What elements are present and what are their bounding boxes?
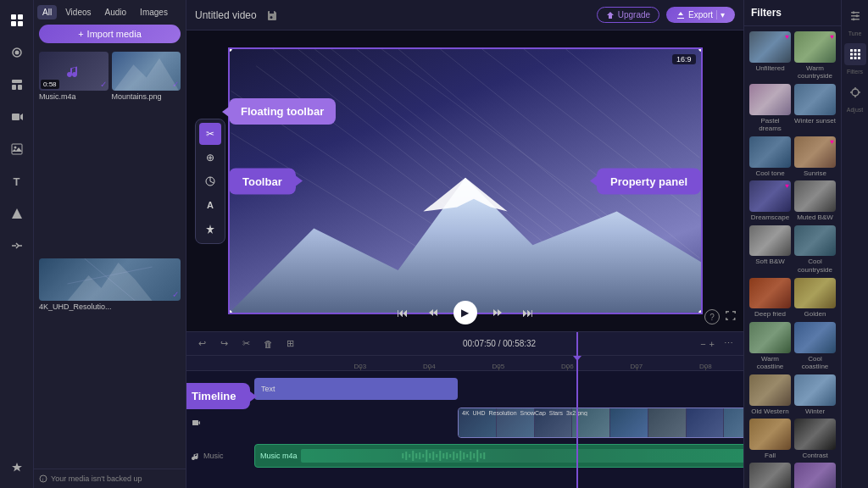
- preview-area: 16:9 ✂ ⊕ A Floating toolbar Toolbar Prop…: [186, 30, 743, 331]
- ft-add-icon[interactable]: ⊕: [199, 147, 221, 169]
- filter-thumb: [749, 463, 791, 488]
- svg-rect-59: [470, 452, 471, 460]
- tl-split-icon[interactable]: ⊞: [281, 336, 298, 352]
- filter-label: Pastel dreams: [749, 117, 791, 133]
- rewind-button[interactable]: ⏮: [392, 302, 413, 323]
- tl-more-icon[interactable]: ⋯: [720, 336, 737, 352]
- filter-item[interactable]: Deep fried: [749, 278, 791, 319]
- filter-item[interactable]: Fall: [749, 419, 791, 459]
- list-item[interactable]: 0:58 ✓ Music.m4a: [39, 52, 108, 255]
- import-media-button[interactable]: + Import media: [39, 25, 181, 43]
- sidebar-item-graphics[interactable]: [3, 200, 31, 227]
- timeline-time: 00:07:50 / 00:58:32: [303, 339, 695, 348]
- filters-label: Filters: [847, 69, 863, 75]
- music-clip[interactable]: Music m4a: [254, 444, 743, 468]
- svg-marker-13: [114, 58, 178, 91]
- filter-label: Fall: [749, 452, 791, 460]
- tl-delete-icon[interactable]: 🗑: [259, 336, 276, 352]
- tl-redo-icon[interactable]: ↪: [215, 336, 232, 352]
- filter-item[interactable]: Cool countryside: [794, 225, 836, 274]
- svg-text:i: i: [42, 477, 43, 482]
- adjust-label: Adjust: [847, 107, 863, 113]
- svg-rect-52: [446, 452, 448, 459]
- export-button[interactable]: Export ▾: [666, 7, 735, 23]
- timeline-playhead[interactable]: [576, 332, 578, 488]
- svg-rect-49: [436, 454, 437, 458]
- filter-item[interactable]: Cool tone: [749, 136, 791, 177]
- svg-line-32: [565, 49, 699, 158]
- filter-item[interactable]: ♥ Warm countryside: [794, 31, 836, 80]
- timeline-toolbar: ↩ ↪ ✂ 🗑 ⊞ 00:07:50 / 00:58:32 − + ⋯: [186, 332, 743, 356]
- forward-frame-button[interactable]: [487, 302, 508, 323]
- filter-label: Dreamscape: [749, 214, 791, 222]
- filter-thumb: [749, 84, 791, 115]
- skip-forward-button[interactable]: ⏭: [518, 302, 538, 323]
- sidebar-item-my-media[interactable]: [3, 7, 31, 34]
- filter-item[interactable]: Winter sunset: [794, 84, 836, 133]
- filter-item[interactable]: ♥ Dreamscape: [749, 180, 791, 221]
- filter-item[interactable]: Winter: [794, 374, 836, 415]
- svg-rect-60: [473, 453, 475, 458]
- filter-item[interactable]: 35mm: [749, 463, 791, 488]
- sidebar-item-stock-images[interactable]: [3, 136, 31, 163]
- media-panel: All Videos Audio Images + Import media 0…: [34, 0, 186, 488]
- media-tab-all[interactable]: All: [37, 5, 57, 19]
- text-clip[interactable]: Text: [254, 378, 458, 400]
- filter-item[interactable]: Soft B&W: [749, 225, 791, 274]
- filter-label: Cool tone: [749, 169, 791, 178]
- sidebar-item-brand-kit[interactable]: [3, 454, 31, 481]
- filter-item[interactable]: ♥ Unfiltered: [749, 31, 791, 80]
- video-clip[interactable]: 4K_UHD_Resolution_SnowCap_Stars_3x2.png: [458, 408, 743, 438]
- filter-heart-icon: ♥: [830, 33, 834, 41]
- tl-cut-icon[interactable]: ✂: [237, 336, 254, 352]
- filter-item[interactable]: Cool coastline: [794, 322, 836, 371]
- tl-undo-icon[interactable]: ↩: [193, 336, 210, 352]
- media-tab-videos[interactable]: Videos: [60, 5, 96, 19]
- adjust-icon[interactable]: [844, 81, 866, 103]
- svg-point-11: [14, 147, 16, 149]
- filter-item[interactable]: Euphoric: [794, 463, 836, 488]
- media-item-label: Mountains.png: [112, 92, 181, 101]
- filter-thumb: ♥: [794, 136, 836, 168]
- filter-item[interactable]: Old Western: [749, 374, 791, 415]
- filter-label: Old Western: [749, 408, 791, 416]
- back-frame-button[interactable]: [423, 302, 443, 323]
- sidebar-item-text[interactable]: T: [3, 168, 31, 195]
- media-tab-images[interactable]: Images: [135, 5, 173, 19]
- media-tab-audio[interactable]: Audio: [100, 5, 132, 19]
- timeline-tracks: T Text Text: [186, 371, 743, 474]
- help-button[interactable]: ?: [704, 309, 720, 324]
- filter-item[interactable]: Contrast: [794, 419, 836, 459]
- sidebar-item-transitions[interactable]: [3, 232, 31, 259]
- list-item[interactable]: ✓ 4K_UHD_Resolutio...: [39, 258, 181, 465]
- track-content: 4K_UHD_Resolution_SnowCap_Stars_3x2.png: [254, 408, 743, 438]
- svg-point-68: [855, 14, 858, 17]
- zoom-out-icon[interactable]: −: [700, 339, 705, 349]
- check-badge: ✓: [100, 80, 107, 89]
- filters-icon[interactable]: [844, 43, 866, 65]
- ft-effects-icon[interactable]: [199, 218, 221, 240]
- filter-item[interactable]: Warm coastline: [749, 322, 791, 371]
- fullscreen-button[interactable]: [725, 310, 737, 324]
- ruler-mark: D03: [326, 363, 395, 370]
- sidebar-item-record[interactable]: [3, 39, 31, 66]
- upgrade-button[interactable]: Upgrade: [597, 7, 659, 23]
- svg-rect-44: [419, 452, 420, 459]
- media-item-label: 4K_UHD_Resolutio...: [39, 302, 181, 311]
- ft-cut-icon[interactable]: ✂: [199, 123, 221, 145]
- filter-thumb: [749, 278, 791, 309]
- svg-rect-7: [12, 85, 16, 90]
- sidebar-item-stock-video[interactable]: [3, 103, 31, 130]
- filter-item[interactable]: Pastel dreams: [749, 84, 791, 133]
- ft-text-icon[interactable]: A: [199, 194, 221, 216]
- filter-item[interactable]: Muted B&W: [794, 180, 836, 221]
- filter-item[interactable]: Golden: [794, 278, 836, 319]
- tune-icon[interactable]: [844, 5, 866, 27]
- zoom-in-icon[interactable]: +: [709, 339, 715, 349]
- ft-color-icon[interactable]: [199, 170, 221, 192]
- filter-item[interactable]: ♥ Sunrise: [794, 136, 836, 177]
- play-button[interactable]: ▶: [453, 301, 477, 324]
- list-item[interactable]: ✓ Mountains.png: [112, 52, 181, 255]
- export-dropdown-arrow[interactable]: ▾: [716, 10, 725, 19]
- sidebar-item-templates[interactable]: [3, 71, 31, 98]
